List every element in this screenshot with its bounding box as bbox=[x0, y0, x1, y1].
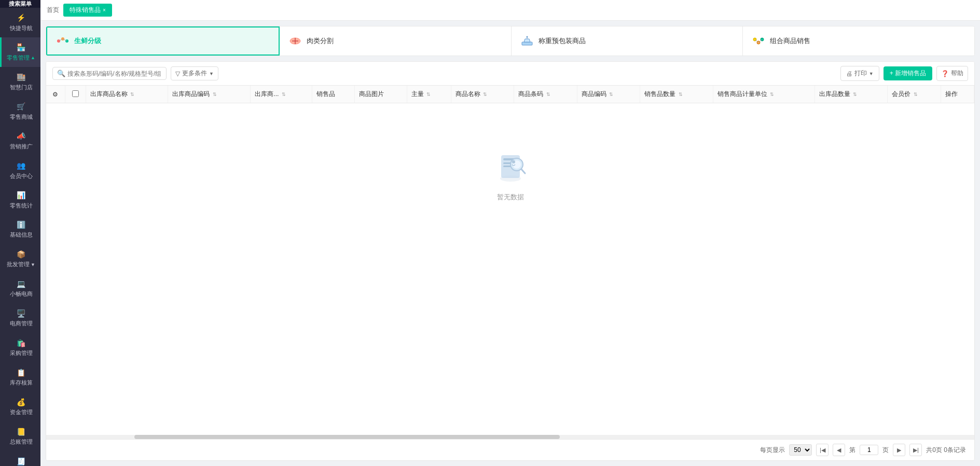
wholesale-arrow-icon: ▼ bbox=[31, 262, 35, 268]
sidebar-item-promotion[interactable]: 📣 营销推广 bbox=[0, 126, 40, 156]
tab-label: 特殊销售品 bbox=[70, 6, 101, 15]
th-out-product-code[interactable]: 出库商品编码 ⇅ bbox=[168, 86, 251, 103]
sidebar-item-purchase-mgmt[interactable]: 🛍️ 采购管理 bbox=[0, 333, 40, 363]
th-setting[interactable]: ⚙ bbox=[46, 86, 65, 103]
page-number-input[interactable] bbox=[860, 445, 878, 455]
finance-mgmt-icon: 💰 bbox=[4, 398, 38, 408]
sidebar-item-quick-nav[interactable]: ⚡ 快捷导航 bbox=[0, 8, 40, 37]
search-box[interactable]: 🔍 bbox=[52, 67, 167, 80]
wholesale-mgmt-icon: 📦 bbox=[4, 250, 38, 260]
th-product-code[interactable]: 商品编码 ⇅ bbox=[577, 86, 640, 103]
sidebar-item-inventory[interactable]: 📋 库存核算 bbox=[0, 363, 40, 392]
sidebar-item-finance-mgmt[interactable]: 💰 资金管理 bbox=[0, 392, 40, 422]
fresh-grading-icon bbox=[56, 34, 70, 48]
th-checkbox[interactable] bbox=[65, 86, 86, 103]
new-button[interactable]: + 新增销售品 bbox=[884, 66, 932, 80]
filter-icon: ▽ bbox=[175, 70, 180, 77]
active-tab[interactable]: 特殊销售品 × bbox=[63, 4, 112, 17]
tab-meat-cutting-label: 肉类分割 bbox=[307, 36, 334, 46]
select-all-checkbox[interactable] bbox=[72, 90, 79, 97]
next-page-button[interactable]: ▶ bbox=[893, 444, 905, 456]
filter-arrow-icon: ▼ bbox=[209, 71, 214, 76]
search-input[interactable] bbox=[67, 70, 161, 77]
th-product-barcode[interactable]: 商品条码 ⇅ bbox=[514, 86, 577, 103]
retail-mgmt-icon: 🏪 bbox=[4, 43, 38, 53]
sort-icon-3: ⇅ bbox=[282, 92, 286, 97]
sort-icon-11: ⇅ bbox=[914, 92, 918, 97]
search-icon: 🔍 bbox=[57, 70, 65, 77]
first-page-button[interactable]: |◀ bbox=[816, 444, 829, 456]
page-size-select[interactable]: 50 bbox=[789, 444, 812, 456]
empty-text: 暂无数据 bbox=[497, 193, 524, 202]
basic-info-icon: ℹ️ bbox=[4, 220, 38, 230]
page-label-suffix: 页 bbox=[882, 446, 889, 455]
tab-combo-sales[interactable]: 组合商品销售 bbox=[743, 26, 974, 56]
sort-icon-8: ⇅ bbox=[679, 92, 683, 97]
sidebar-item-retail-mgmt[interactable]: 🏪 零售管理 ▲ bbox=[0, 37, 40, 67]
sidebar-item-retail-stats[interactable]: 📊 零售统计 bbox=[0, 185, 40, 215]
horizontal-scrollbar[interactable] bbox=[46, 435, 974, 439]
th-operation: 操作 bbox=[941, 86, 974, 103]
svg-point-10 bbox=[526, 36, 528, 38]
svg-line-23 bbox=[521, 169, 525, 173]
help-button[interactable]: ❓ 帮助 bbox=[936, 66, 968, 81]
th-sales-qty[interactable]: 销售品数量 ⇅ bbox=[640, 86, 713, 103]
sidebar-item-retail-mall[interactable]: 🛒 零售商城 bbox=[0, 97, 40, 126]
tab-weighed-prepackaged-label: 称重预包装商品 bbox=[539, 36, 586, 46]
th-out-qty[interactable]: 出库品数量 ⇅ bbox=[815, 86, 887, 103]
sidebar: 搜索菜单 ⚡ 快捷导航 🏪 零售管理 ▲ 🏬 智慧门店 🛒 零售商城 📣 营销推… bbox=[0, 0, 40, 466]
micro-store-icon: 💻 bbox=[4, 279, 38, 290]
toolbar: 🔍 ▽ 更多条件 ▼ 🖨 打印 ▼ bbox=[46, 62, 974, 86]
filter-button[interactable]: ▽ 更多条件 ▼ bbox=[171, 66, 218, 80]
print-button[interactable]: 🖨 打印 ▼ bbox=[840, 66, 879, 81]
smart-store-icon: 🏬 bbox=[4, 72, 38, 83]
sort-icon: ⇅ bbox=[130, 92, 134, 97]
tab-weighed-prepackaged[interactable]: 称重预包装商品 bbox=[512, 26, 743, 56]
meat-cutting-icon bbox=[288, 34, 302, 48]
tab-fresh-grading[interactable]: 生鲜分级 bbox=[46, 26, 280, 56]
sidebar-item-general-ledger[interactable]: 📒 总账管理 bbox=[0, 422, 40, 451]
table-wrapper: 🔍 ▽ 更多条件 ▼ 🖨 打印 ▼ bbox=[46, 61, 975, 461]
sidebar-item-membership[interactable]: 👥 会员中心 bbox=[0, 156, 40, 185]
th-out-product-name[interactable]: 出库商品名称 ⇅ bbox=[86, 86, 168, 103]
ecommerce-mgmt-icon: 🖥️ bbox=[4, 309, 38, 319]
sidebar-item-micro-store[interactable]: 💻 小畅电商 bbox=[0, 274, 40, 304]
sidebar-logo[interactable]: 搜索菜单 bbox=[0, 0, 40, 8]
help-icon: ❓ bbox=[941, 70, 949, 77]
combo-sales-icon bbox=[751, 34, 766, 48]
th-main-unit[interactable]: 主量 ⇅ bbox=[407, 86, 451, 103]
home-breadcrumb[interactable]: 首页 bbox=[47, 6, 59, 15]
sidebar-item-basic-info[interactable]: ℹ️ 基础信息 bbox=[0, 215, 40, 244]
print-arrow-icon: ▼ bbox=[869, 71, 874, 76]
sidebar-item-smart-store[interactable]: 🏬 智慧门店 bbox=[0, 67, 40, 97]
th-out-product-spec[interactable]: 出库商... ⇅ bbox=[251, 86, 312, 103]
print-icon: 🖨 bbox=[846, 70, 852, 77]
sidebar-item-wholesale-mgmt[interactable]: 📦 批发管理 ▼ bbox=[0, 244, 40, 274]
last-page-button[interactable]: ▶| bbox=[909, 444, 922, 456]
table-container: ⚙ 出库商品名称 ⇅ 出库商品编码 ⇅ bbox=[46, 86, 974, 435]
scrollbar-thumb[interactable] bbox=[134, 435, 560, 439]
sidebar-item-ecommerce-mgmt[interactable]: 🖥️ 电商管理 bbox=[0, 304, 40, 333]
sort-icon-4: ⇅ bbox=[426, 92, 431, 97]
toolbar-left: 🔍 ▽ 更多条件 ▼ bbox=[52, 66, 218, 80]
settings-icon: ⚙ bbox=[52, 91, 58, 98]
tab-close-icon[interactable]: × bbox=[103, 7, 106, 13]
th-product-image[interactable]: 商品图片 bbox=[355, 86, 407, 103]
th-sales-product[interactable]: 销售品 bbox=[312, 86, 354, 103]
prev-page-button[interactable]: ◀ bbox=[833, 444, 845, 456]
retail-mall-icon: 🛒 bbox=[4, 102, 38, 112]
tab-combo-sales-label: 组合商品销售 bbox=[770, 36, 810, 46]
sort-icon-2: ⇅ bbox=[213, 92, 217, 97]
topbar: 首页 特殊销售品 × bbox=[40, 0, 980, 21]
purchase-mgmt-icon: 🛍️ bbox=[4, 338, 38, 349]
sidebar-item-invoice-mgmt[interactable]: 🧾 发票管理 bbox=[0, 451, 40, 466]
quick-nav-icon: ⚡ bbox=[4, 13, 38, 23]
sort-icon-5: ⇅ bbox=[483, 92, 487, 97]
th-product-name[interactable]: 商品名称 ⇅ bbox=[451, 86, 514, 103]
inventory-icon: 📋 bbox=[4, 368, 38, 378]
tab-fresh-grading-label: 生鲜分级 bbox=[74, 36, 101, 46]
tab-meat-cutting[interactable]: 肉类分割 bbox=[280, 26, 512, 56]
total-info: 共0页 0条记录 bbox=[926, 446, 966, 455]
th-member-price[interactable]: 会员价 ⇅ bbox=[888, 86, 941, 103]
th-sales-unit[interactable]: 销售商品计量单位 ⇅ bbox=[713, 86, 815, 103]
